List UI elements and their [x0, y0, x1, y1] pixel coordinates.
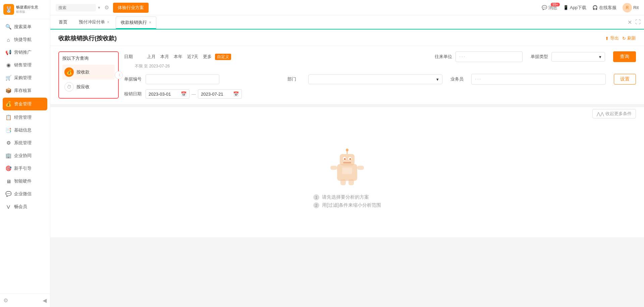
finance-icon: 💰	[5, 101, 11, 107]
inventory-icon: 📦	[5, 88, 11, 94]
refresh-button[interactable]: ↻ 刷新	[622, 35, 636, 41]
query-button[interactable]: 查询	[613, 51, 636, 62]
tab-prepay-offset[interactable]: 预付冲应付单×	[74, 16, 114, 28]
user-area[interactable]: R Rit	[623, 3, 639, 12]
sidebar-item-weixin[interactable]: 💬企业微信	[0, 188, 50, 200]
export-icon: ⬆	[605, 36, 609, 41]
sidebar-item-inventory[interactable]: 📦库存核算	[0, 84, 50, 97]
staff-label: 业务员	[450, 76, 469, 82]
operation-icon: 📋	[5, 114, 11, 120]
staff-dots: ···	[475, 76, 481, 82]
sidebar-item-operation[interactable]: 📋经营管理	[0, 111, 50, 124]
doc-type-select[interactable]: ▾	[551, 52, 605, 62]
smart-hw-icon: 🖥	[5, 178, 11, 184]
message-button[interactable]: 💬 消息 99+	[542, 5, 557, 11]
sidebar-item-beginner[interactable]: 🎯新手引导	[0, 162, 50, 175]
chevron-down-icon[interactable]: ▾	[98, 5, 100, 10]
sidebar-item-label-quick-nav: 快捷导航	[14, 37, 32, 43]
sidebar-item-sales[interactable]: ◉销售管理	[0, 59, 50, 71]
page-title-actions: ⬆ 导出 ↻ 刷新	[605, 35, 636, 41]
collapse-sidebar-icon[interactable]: ◀	[43, 297, 47, 304]
query-option-by-receipt[interactable]: 💰 按收款	[62, 65, 115, 80]
query-buttons: 查询	[613, 51, 636, 62]
quick-nav-icon: ⌂	[5, 37, 11, 43]
doc-no-input[interactable]	[146, 74, 219, 84]
app-icon: 📱	[563, 5, 569, 10]
query-panel-toggle[interactable]: 《	[115, 71, 123, 79]
tab-bar: 首页预付冲应付单×收款核销执行× ✕ ⛶	[50, 15, 644, 30]
dept-field: 部门 ▾	[287, 74, 443, 84]
empty-tip-1: 1 请先选择要分析的方案	[313, 194, 381, 200]
counterparty-select[interactable]: ···	[455, 51, 523, 62]
logo-icon: 🐰	[3, 4, 14, 15]
tip-num-1: 1	[313, 194, 319, 200]
close-tab-prepay-offset[interactable]: ×	[107, 20, 109, 24]
service-button[interactable]: 🎧 在线客服	[592, 5, 616, 11]
filter-row-1: 日期 上月 本月 本年 近7天 更多 自定义 往来单位 ·	[124, 51, 636, 62]
tab-receipt-offset[interactable]: 收款核销执行×	[116, 16, 156, 29]
svg-point-5	[350, 158, 351, 160]
sidebar-item-purchase[interactable]: 🛒采购管理	[0, 71, 50, 84]
close-tab-icon[interactable]: ✕	[628, 19, 632, 25]
settings-button[interactable]: 设置	[614, 74, 636, 85]
sidebar-item-label-marketing: 营销推广	[14, 49, 32, 55]
svg-rect-11	[340, 179, 346, 185]
export-button[interactable]: ⬆ 导出	[605, 35, 619, 41]
calendar-icon-start: 📅	[181, 91, 186, 97]
date-this-month[interactable]: 本月	[159, 53, 170, 60]
sidebar-item-finance[interactable]: 💰资金管理	[3, 98, 47, 110]
receivable-option-label: 按应收	[76, 84, 90, 90]
app-download-button[interactable]: 📱 App下载	[563, 5, 586, 11]
search-menu-icon: 🔍	[5, 24, 11, 30]
filter-field-docno: 单据编号	[124, 74, 279, 84]
close-tab-receipt-offset[interactable]: ×	[149, 20, 151, 25]
collapse-label: 收起更多条件	[605, 111, 632, 117]
filter-area: 按以下方查询 💰 按收款 ⏱ 按应收 《 日期	[50, 46, 644, 104]
dept-select[interactable]: ▾	[308, 74, 443, 84]
sidebar-item-search-menu[interactable]: 🔍搜索菜单	[0, 20, 50, 33]
beginner-icon: 🎯	[5, 165, 11, 171]
sidebar-item-label-operation: 经营管理	[14, 114, 32, 120]
verify-date-start-input[interactable]	[149, 92, 179, 97]
sidebar-item-label-smart-hw: 智能硬件	[14, 178, 32, 184]
empty-illustration	[327, 147, 367, 188]
collapse-button[interactable]: ⋀⋀ 收起更多条件	[592, 109, 636, 118]
settings-icon[interactable]: ⚙	[3, 297, 8, 304]
date-last-7-days[interactable]: 近7天	[186, 53, 200, 60]
tab-label-home: 首页	[59, 19, 67, 25]
verify-date-end-wrap[interactable]: 📅	[198, 89, 242, 99]
sidebar-item-label-weixin: 企业微信	[14, 191, 32, 197]
sidebar-item-enterprise[interactable]: 🏢企业协同	[0, 149, 50, 162]
solution-button[interactable]: 体验行业方案	[113, 3, 149, 13]
user-name: Rit	[633, 5, 639, 10]
service-icon: 🎧	[592, 5, 598, 10]
verify-date-end-input[interactable]	[201, 92, 231, 97]
query-option-by-receivable[interactable]: ⏱ 按应收	[62, 80, 115, 94]
sidebar-item-quick-nav[interactable]: ⌂快捷导航	[0, 33, 50, 46]
counterparty-field: 往来单位 ···	[435, 51, 523, 62]
counterparty-label: 往来单位	[435, 54, 453, 60]
staff-select[interactable]: ···	[471, 74, 606, 85]
receivable-option-icon: ⏱	[64, 82, 74, 92]
sidebar-item-label-finance: 资金管理	[14, 101, 32, 107]
date-separator: —	[192, 92, 196, 97]
fullscreen-icon[interactable]: ⛶	[635, 19, 641, 25]
sidebar-item-system[interactable]: ⚙系统管理	[0, 137, 50, 149]
verify-date-label: 核销日期	[124, 91, 143, 97]
date-last-month[interactable]: 上月	[146, 53, 157, 60]
sidebar-item-marketing[interactable]: 📢营销推广	[0, 46, 50, 59]
sidebar-item-smart-hw[interactable]: 🖥智能硬件	[0, 175, 50, 188]
gear-icon[interactable]: ⚙	[104, 4, 109, 11]
verify-date-start-wrap[interactable]: 📅	[146, 89, 190, 99]
date-more[interactable]: 更多	[202, 53, 213, 60]
tab-home[interactable]: 首页	[54, 16, 72, 28]
filter-field-date: 日期 上月 本月 本年 近7天 更多 自定义	[124, 53, 427, 60]
svg-rect-1	[340, 154, 355, 165]
enterprise-icon: 🏢	[5, 153, 11, 159]
sidebar-item-basic-info[interactable]: 📑基础信息	[0, 124, 50, 137]
brand-search-input[interactable]	[56, 4, 96, 11]
date-this-year[interactable]: 本年	[172, 53, 184, 60]
doc-type-chevron: ▾	[599, 54, 601, 59]
sidebar-item-vip[interactable]: V畅会员	[0, 200, 50, 213]
tab-label-receipt-offset: 收款核销执行	[121, 19, 147, 25]
